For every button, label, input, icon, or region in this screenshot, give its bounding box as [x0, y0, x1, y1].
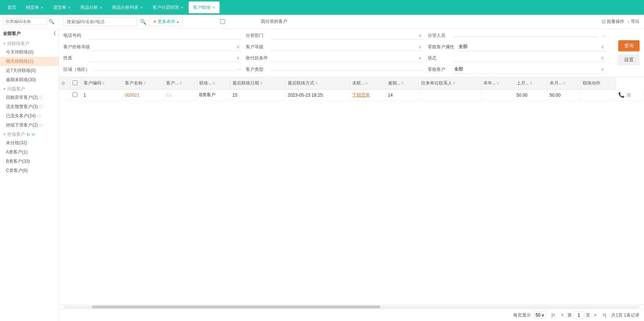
payment-select[interactable]: ∨ [271, 54, 424, 62]
row-checkbox-0[interactable] [73, 92, 77, 97]
settings-gear-icon[interactable]: ⚙ [61, 81, 65, 86]
export-btn[interactable]: ↑ 导出 [627, 18, 640, 25]
sort-unit-contact[interactable]: 往来单位联系人⇅ [421, 80, 479, 86]
cell-settings-0 [59, 90, 70, 101]
refresh-icon[interactable]: ↻ [27, 132, 30, 137]
sort-name[interactable]: 客户名称⇅ [125, 80, 161, 86]
sort-icon-last-date: ⇅ [260, 82, 263, 85]
set-button[interactable]: 设置 [618, 54, 640, 65]
sidebar-item-ungrouped[interactable]: 未分组(32) [0, 138, 59, 148]
sort-overdue[interactable]: 逾期...⇅ [388, 80, 416, 86]
dept-select[interactable]: ∨ [271, 32, 424, 39]
sort-code[interactable]: 客户编码⇅ [84, 80, 120, 86]
phone-input[interactable] [88, 32, 241, 39]
sidebar-item-declining[interactable]: 持续下滑客户(2) ⓘ [0, 121, 59, 130]
sidebar-item-class-b[interactable]: B类客户(33) [0, 157, 59, 166]
per-page-label: 每页显示 [513, 312, 531, 318]
sort-last-method[interactable]: 最后联络方式⇅ [288, 80, 347, 86]
filter-search-icon[interactable]: 🔍 [140, 19, 146, 25]
horizontal-scrollbar[interactable] [59, 304, 644, 309]
nav-home[interactable]: 首页 [3, 1, 21, 13]
sidebar-search-input[interactable] [3, 18, 47, 25]
sidebar-item-tomorrow[interactable]: 明天待联络(1) [0, 57, 59, 66]
more-conditions-btn[interactable]: ▼ 更多条件 ▲ [149, 17, 183, 26]
filter-nature: 性质 ∨ [63, 54, 241, 62]
sort-this-month[interactable]: 本月...⇅ [550, 80, 578, 86]
next-page-btn[interactable]: > [592, 312, 599, 318]
customer-type-select[interactable] [271, 68, 424, 71]
per-page-select[interactable]: 50 ∨ [534, 311, 546, 319]
sort-last-date[interactable]: 最后联络日期⇅ [232, 80, 283, 86]
sidebar-item-churned[interactable]: 已流失客户(24) ⓘ [0, 111, 59, 121]
retail-attr-select[interactable]: 全部 ∨ [457, 42, 606, 51]
nature-select[interactable]: ∨ [88, 54, 241, 62]
query-button[interactable]: 查询 [618, 40, 640, 51]
price-tier-select[interactable]: ∨ [93, 43, 241, 51]
payment-arrow-icon: ∨ [419, 55, 422, 61]
cell-checkbox-0 [70, 90, 81, 101]
sort-icon-contacts: ⇅ [213, 82, 216, 85]
region-dots-icon[interactable]: ··· [238, 67, 241, 72]
nav-goods-analysis[interactable]: 商品分析 ✕ [76, 1, 107, 13]
search-input[interactable] [63, 17, 137, 26]
my-customers-checkbox[interactable]: 我分管的客户 [186, 18, 287, 25]
nature-arrow-icon: ∨ [237, 55, 240, 61]
phone-action-icon-0[interactable]: 📞 [618, 92, 624, 98]
sort-icon-last-month: ⇅ [530, 82, 533, 85]
sidebar-item-7days[interactable]: 近7天待联络(0) [0, 66, 59, 75]
batch-ops-btn[interactable]: ☑ 批量操作 [602, 18, 624, 25]
scroll-thumb[interactable] [92, 306, 380, 308]
total-records: 共1页 1条记录 [611, 312, 640, 318]
close-customer-contact-icon[interactable]: ✕ [212, 6, 215, 10]
status-select[interactable]: ∨ [453, 54, 606, 62]
sidebar-group-problem: ▼ 问题客户 [0, 84, 59, 93]
close-customer-tier-icon[interactable]: ✕ [181, 6, 183, 10]
close-goods-analysis-icon[interactable]: ✕ [99, 6, 102, 10]
sidebar-item-class-c[interactable]: C类客户(6) [0, 166, 59, 175]
scroll-track[interactable] [63, 306, 640, 308]
region-select[interactable] [93, 68, 233, 71]
page-label: 第 [567, 312, 572, 318]
close-purchase-icon[interactable]: ✕ [68, 6, 71, 10]
select-all-checkbox[interactable] [73, 80, 77, 85]
edit-icon[interactable]: ✏ [32, 132, 35, 137]
close-goods-list-icon[interactable]: ✕ [140, 6, 143, 10]
sort-last-month[interactable]: 上月...⇅ [517, 80, 545, 86]
retail-customer-select[interactable]: 全部 ∨ [453, 65, 606, 74]
sort-icon-this-year: ⇅ [497, 82, 500, 85]
my-customers-check[interactable] [186, 19, 259, 24]
prev-page-btn[interactable]: < [559, 312, 566, 318]
sort-contacts[interactable]: 联络...⇅ [199, 80, 228, 86]
manager-select[interactable] [453, 34, 598, 37]
first-page-btn[interactable]: |< [549, 312, 557, 318]
page-input[interactable] [573, 311, 584, 319]
sidebar-item-churn-warning[interactable]: 流失预警客户(3) ⓘ [0, 102, 59, 111]
sidebar-search-icon[interactable]: 🔍 [49, 19, 55, 24]
table-header-row: ⚙ 客户编码⇅ 客户名称⇅ [59, 77, 644, 90]
sidebar-all-customers[interactable]: 全部客户 《 [0, 28, 59, 39]
manager-dots-icon[interactable]: ··· [602, 33, 606, 38]
sidebar-item-repurchase-abnormal[interactable]: 回购异常客户(2) ⓘ [0, 93, 59, 102]
sidebar-item-overdue[interactable]: 逾期未联络(30) [0, 75, 59, 84]
cell-overdue-0 [419, 90, 481, 101]
retail-customer-arrow-icon: ∨ [601, 67, 604, 72]
sort-icon-code: ⇅ [102, 82, 105, 85]
grid-action-icon-0[interactable]: ⊞ [627, 92, 631, 98]
main-layout: 🔍 全部客户 《 ▼ 待联络客户 今天待联络(0) 明天待联络(1) 近7天待联… [0, 15, 644, 321]
sidebar-item-today[interactable]: 今天待联络(0) [0, 48, 59, 57]
customer-level-select[interactable]: ∨ [271, 43, 424, 51]
nav-customer-contact[interactable]: 客户联络 ✕ [189, 1, 220, 13]
nav-purchase[interactable]: 进货单 ✕ [49, 1, 75, 13]
sort-this-year[interactable]: 本年...⇅ [483, 80, 512, 86]
nav-customer-tier[interactable]: 客户分层经营 ✕ [148, 1, 188, 13]
nav-goods-analysis-list[interactable]: 商品分析列表 ✕ [108, 1, 147, 13]
filter-payment: 收付款条件 ∨ [246, 54, 424, 62]
sidebar-item-class-a[interactable]: A类客户(1) [0, 148, 59, 157]
last-page-btn[interactable]: >| [600, 312, 608, 318]
nav-sales[interactable]: 销货单 ✕ [21, 1, 48, 13]
data-table-container: ⚙ 客户编码⇅ 客户名称⇅ [59, 77, 644, 304]
sort-not-contacted[interactable]: 未联...⇅ [352, 80, 383, 86]
contact-method-link-0[interactable]: 下销货单 [352, 92, 370, 97]
sort-type[interactable]: 客户...⇅ [166, 80, 195, 86]
close-sales-icon[interactable]: ✕ [41, 6, 43, 10]
